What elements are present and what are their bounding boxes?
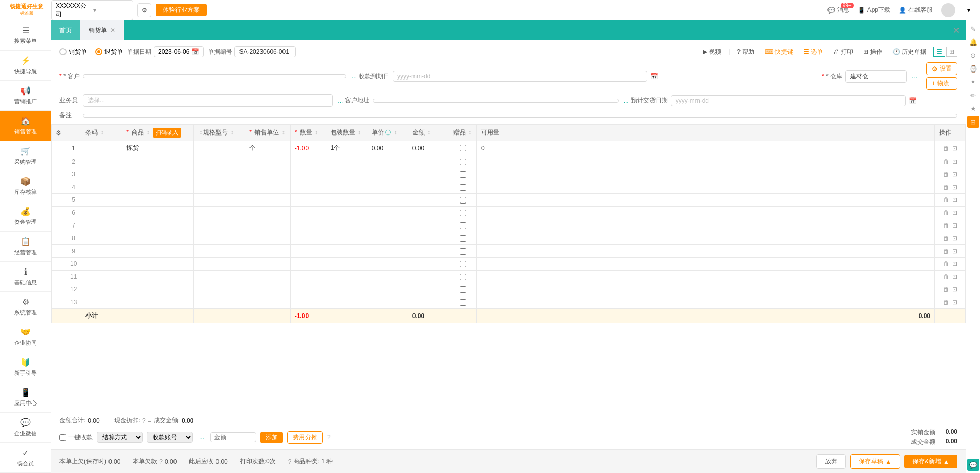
company-selector[interactable]: XXXXXX公司 ▾ [51,0,133,20]
right-btn-7[interactable]: ★ [967,102,979,115]
copy-icon[interactable]: ⊡ [952,235,957,242]
account-dots-btn[interactable]: ... [197,434,206,441]
customer-dots-btn[interactable]: ... [350,73,359,80]
cell-pkg-qty-1[interactable]: 1个 [326,141,367,155]
print-btn[interactable]: 🖨 打印 [830,47,856,57]
gift-checkbox[interactable] [460,286,466,293]
sidebar-item-enterprise[interactable]: 🤝 企业协同 [0,322,51,352]
right-btn-4[interactable]: ⌚ [967,62,979,75]
sidebar-item-operations[interactable]: 📋 经营管理 [0,232,51,262]
help-btn[interactable]: ? 帮助 [734,47,757,57]
gift-checkbox[interactable] [460,235,466,242]
copy-icon[interactable]: ⊡ [952,286,957,293]
gift-checkbox[interactable] [460,261,466,267]
delete-icon[interactable]: 🗑 [943,235,949,242]
save-new-button[interactable]: 保存&新增 ▲ [904,455,957,468]
sidebar-item-search[interactable]: ☰ 搜索菜单 [0,20,51,51]
copy-icon[interactable]: ⊡ [952,222,957,229]
shortcut-btn[interactable]: ⌨ 快捷键 [761,47,796,57]
salesperson-input[interactable]: 选择... [83,94,333,107]
delivery-date-input[interactable]: yyyy-mm-dd [671,95,906,106]
delete-icon[interactable]: 🗑 [943,273,949,280]
delete-icon[interactable]: 🗑 [943,299,949,306]
sidebar-item-member[interactable]: ✓ 畅会员 [0,443,51,473]
right-btn-6[interactable]: ✏ [967,89,979,101]
amount-input[interactable] [210,432,256,442]
close-all-tabs-button[interactable]: ✕ [947,26,966,35]
cell-barcode-1[interactable] [81,141,122,155]
gift-checkbox[interactable] [460,248,466,255]
history-btn[interactable]: 🕐 历史单据 [889,47,929,57]
close-tab-icon[interactable]: ✕ [110,27,115,34]
radio-return[interactable]: 退货单 [95,48,123,56]
online-service-button[interactable]: 👤 在线客服 [899,6,933,14]
right-btn-1[interactable]: ✎ [967,22,979,35]
settlement-method-select[interactable]: 结算方式 [97,432,143,443]
delivery-calendar-icon[interactable]: 📅 [909,97,917,104]
sidebar-item-sales[interactable]: 🏠 销售管理 [0,111,51,141]
gift-checkbox-1[interactable] [460,145,466,151]
settings-button[interactable]: ⚙ 设置 [926,62,957,75]
avatar[interactable] [941,3,955,17]
sidebar-item-quick-nav[interactable]: ⚡ 快捷导航 [0,51,51,81]
warehouse-dots-btn[interactable]: ... [910,73,919,80]
copy-icon[interactable]: ⊡ [952,299,957,306]
delete-row-icon-1[interactable]: 🗑 [943,145,949,152]
copy-icon[interactable]: ⊡ [952,171,957,178]
copy-icon[interactable]: ⊡ [952,158,957,165]
customer-input[interactable] [83,74,346,78]
tab-sales-order[interactable]: 销货单 ✕ [80,20,124,40]
operation-btn[interactable]: ⊞ 操作 [860,47,885,57]
delete-icon[interactable]: 🗑 [943,209,949,216]
logistics-button[interactable]: + 物流 [926,77,957,90]
delete-icon[interactable]: 🗑 [943,286,949,293]
salesperson-dots-btn[interactable]: ... [336,97,345,104]
delete-icon[interactable]: 🗑 [943,222,949,229]
th-settings[interactable]: ⚙ [52,125,66,141]
cell-product-1[interactable]: 拣货 [122,141,194,155]
delete-icon[interactable]: 🗑 [943,260,949,267]
gift-checkbox[interactable] [460,197,466,204]
avatar-menu[interactable]: ▾ [964,3,974,17]
gift-checkbox[interactable] [460,210,466,216]
gift-checkbox[interactable] [460,159,466,165]
gift-checkbox[interactable] [460,222,466,229]
list-view-btn[interactable]: ☰ [933,47,945,57]
gift-checkbox[interactable] [460,171,466,178]
tab-home[interactable]: 首页 [51,20,80,40]
gift-checkbox[interactable] [460,184,466,191]
select-order-btn[interactable]: ☰ 选单 [800,47,826,57]
copy-icon[interactable]: ⊡ [952,260,957,267]
delete-icon[interactable]: 🗑 [943,171,949,178]
cell-quantity-1[interactable]: -1.00 [290,141,326,155]
copy-row-icon-1[interactable]: ⊡ [952,145,957,152]
gift-checkbox[interactable] [460,299,466,306]
right-btn-orange[interactable]: ⊞ [967,116,979,128]
cell-amount-1[interactable]: 0.00 [408,141,449,155]
video-btn[interactable]: ▶ 视频 [700,47,724,57]
copy-icon[interactable]: ⊡ [952,196,957,204]
sidebar-item-apps[interactable]: 📱 应用中心 [0,382,51,413]
sidebar-item-basics[interactable]: ℹ 基础信息 [0,262,51,292]
sidebar-item-system[interactable]: ⚙ 系统管理 [0,292,51,322]
message-button[interactable]: 💬 消息 99+ [827,6,850,14]
sidebar-item-purchase[interactable]: 🛒 采购管理 [0,141,51,171]
sidebar-item-inventory[interactable]: 📦 库存核算 [0,171,51,201]
right-btn-3[interactable]: ⊙ [967,49,979,61]
scan-btn[interactable]: 扫码录入 [153,128,181,138]
address-dots-btn[interactable]: ... [622,97,631,104]
delete-icon[interactable]: 🗑 [943,196,949,204]
sidebar-item-finance[interactable]: 💰 资金管理 [0,201,51,232]
note-input[interactable] [83,114,957,118]
delete-icon[interactable]: 🗑 [943,184,949,191]
sidebar-item-marketing[interactable]: 📢 营销推广 [0,81,51,111]
date-input[interactable]: 2023-06-06 📅 [154,46,204,57]
sidebar-item-guide[interactable]: 🔰 新手引导 [0,352,51,382]
save-draft-button[interactable]: 保存草稿 ▲ [850,454,900,469]
customer-address-input[interactable] [373,99,618,103]
gift-checkbox[interactable] [460,274,466,280]
payment-date-input[interactable]: yyyy-mm-dd [393,71,647,82]
expense-split-button[interactable]: 费用分摊 [287,431,323,444]
trial-button[interactable]: 体验行业方案 [156,4,207,16]
right-btn-5[interactable]: ✦ [967,76,979,88]
